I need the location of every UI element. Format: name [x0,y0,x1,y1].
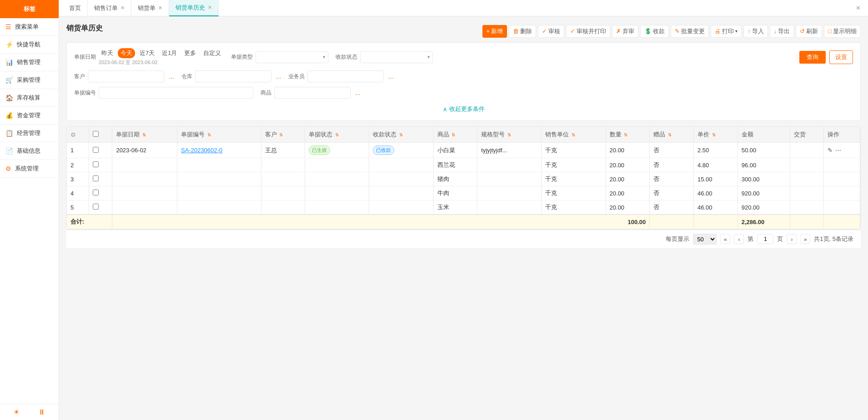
sidebar-item-sales-mgmt[interactable]: 📊 销售管理 [0,54,59,71]
customer-input[interactable] [88,70,164,82]
date-7days[interactable]: 近7天 [137,48,157,58]
product-dots-btn[interactable]: ... [355,89,361,96]
close-sales-order-tab[interactable]: ✕ [120,5,125,11]
seq-cell: 3 [67,172,89,186]
collapse-button[interactable]: ∧ 收起更多条件 [443,103,485,115]
abandon-button[interactable]: ✗ 弃审 [612,25,638,38]
delete-button[interactable]: 🗑 删除 [509,25,536,38]
doc-no-link[interactable]: SA-20230602-0 [181,147,222,154]
row-checkbox[interactable] [93,147,99,153]
row-checkbox[interactable] [93,161,99,167]
qty-cell: 20.00 [606,143,650,158]
sidebar-item-inventory[interactable]: 🏠 库存核算 [0,89,59,107]
finance-icon: 💰 [5,112,13,119]
col-doc-status[interactable]: 单据状态 ⇅ [305,127,369,143]
sidebar-item-search-menu[interactable]: ☰ 搜索菜单 [0,18,59,36]
sidebar-item-sys-mgmt[interactable]: ⚙ 系统管理 [0,160,59,178]
col-unit[interactable]: 销售单位 ⇅ [542,127,606,143]
qty-cell: 20.00 [606,200,650,215]
payment-status-cell: 已收款 [369,143,433,158]
row-checkbox[interactable] [93,204,99,210]
show-detail-button[interactable]: □ 显示明细 [824,25,861,38]
setup-button[interactable]: 设置 [829,50,853,64]
col-doc-no[interactable]: 单据编号 ⇅ [177,127,261,143]
salesperson-input[interactable] [307,70,384,82]
col-checkbox [89,127,112,143]
sidebar-item-label: 采购管理 [17,76,40,84]
col-customer[interactable]: 客户 ⇅ [261,127,305,143]
checkbox-cell[interactable] [89,200,112,215]
date-more[interactable]: 更多 [181,48,199,58]
sidebar-item-operations[interactable]: 📋 经营管理 [0,125,59,142]
export-button[interactable]: ↓ 导出 [770,25,794,38]
col-product[interactable]: 商品 ⇅ [433,127,477,143]
next-page-button[interactable]: › [787,234,797,244]
doc-no-sort-icon: ⇅ [207,132,211,137]
sidebar-item-quick-nav[interactable]: ⚡ 快捷导航 [0,36,59,54]
select-all-checkbox[interactable] [93,131,99,137]
sidebar-bottom-icon1[interactable]: ☀ [13,408,20,416]
first-page-button[interactable]: « [720,234,730,244]
doc-status-cell [305,172,369,186]
sidebar-item-finance[interactable]: 💰 资金管理 [0,107,59,125]
checkbox-cell[interactable] [89,186,112,200]
page-label-after: 页 [777,235,783,243]
spec-cell [477,172,542,186]
sidebar-item-purchase-mgmt[interactable]: 🛒 采购管理 [0,71,59,89]
last-page-button[interactable]: » [800,234,810,244]
tab-home[interactable]: 首页 [63,0,88,16]
settings-icon[interactable]: ⚙ [70,131,76,138]
tab-sales-history[interactable]: 销货单历史 ✕ [169,0,219,16]
show-detail-icon: □ [828,28,832,35]
date-today[interactable]: 今天 [118,48,135,58]
checkbox-cell[interactable] [89,158,112,172]
row-checkbox[interactable] [93,175,99,181]
audit-button[interactable]: ✓ 审核 [538,25,564,38]
collect-button[interactable]: 💲 收款 [640,25,669,38]
more-icon[interactable]: ⋯ [835,147,841,154]
col-settings[interactable]: ⚙ [67,127,89,143]
salesperson-dots-btn[interactable]: ... [388,73,394,80]
sidebar-item-label: 资金管理 [17,111,40,120]
checkbox-cell[interactable] [89,143,112,158]
close-sales-goods-tab[interactable]: ✕ [158,5,162,11]
date-custom[interactable]: 自定义 [201,48,224,58]
checkbox-cell[interactable] [89,172,112,186]
import-button[interactable]: ↑ 导入 [743,25,768,38]
refresh-button[interactable]: ↺ 刷新 [796,25,822,38]
doc-type-select[interactable] [256,51,328,63]
warehouse-dots-btn[interactable]: ... [276,73,281,80]
col-doc-date[interactable]: 单据日期 ⇅ [112,127,177,143]
prev-page-button[interactable]: ‹ [734,234,744,244]
audit-print-button[interactable]: ✓ 审核并打印 [566,25,610,38]
tabs-close-all[interactable]: ✕ [852,5,864,11]
doc-type-label: 单据类型 [231,53,253,61]
per-page-select[interactable]: 50 100 [693,234,717,245]
col-payment-status[interactable]: 收款状态 ⇅ [369,127,433,143]
print-button[interactable]: 🖨 打印 ▾ [711,25,742,38]
doc-no-input[interactable] [99,87,253,99]
col-spec[interactable]: 规格型号 ⇅ [477,127,542,143]
edit-icon[interactable]: ✎ [828,147,833,154]
page-number-input[interactable] [757,234,773,244]
date-1month[interactable]: 近1月 [159,48,180,58]
warehouse-input[interactable] [195,70,271,82]
tab-sales-order[interactable]: 销售订单 ✕ [88,0,131,16]
query-button[interactable]: 查询 [799,51,826,64]
col-gift[interactable]: 赠品 ⇅ [650,127,694,143]
col-unit-price[interactable]: 单价 ⇅ [694,127,738,143]
customer-dots-btn[interactable]: ... [169,73,174,80]
sidebar-bottom-icon2[interactable]: ⏸ [38,408,45,416]
col-qty[interactable]: 数量 ⇅ [606,127,650,143]
sidebar-item-basic-info[interactable]: 📄 基础信息 [0,142,59,160]
close-sales-history-tab[interactable]: ✕ [208,5,212,10]
status-badge: 已生效 [309,145,330,155]
payment-status-select[interactable] [360,51,433,63]
product-input[interactable] [274,87,351,99]
row-checkbox[interactable] [93,190,99,195]
sales-mgmt-icon: 📊 [5,59,13,66]
add-button[interactable]: + 新增 [482,25,507,38]
tab-sales-goods[interactable]: 销货单 ✕ [131,0,169,16]
batch-change-button[interactable]: ✎ 批量变更 [671,25,709,38]
date-yesterday[interactable]: 昨天 [99,48,116,58]
